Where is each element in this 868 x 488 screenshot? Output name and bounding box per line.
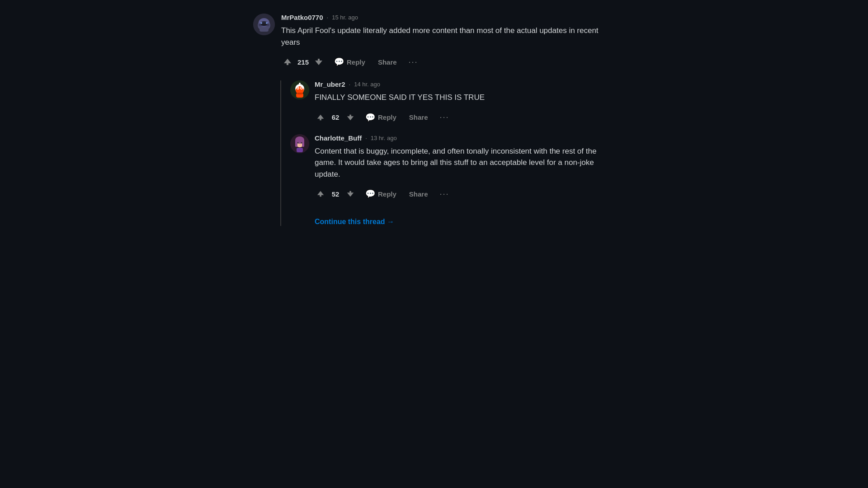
comment-meta: MrPatko0770 · 15 hr. ago xyxy=(281,14,615,21)
reply-icon: 💬 xyxy=(365,113,375,122)
downvote-button[interactable] xyxy=(344,112,356,123)
svg-point-16 xyxy=(299,83,301,84)
vote-group: 215 xyxy=(281,56,325,68)
comment-text: FINALLY SOMEONE SAID IT YES THIS IS TRUE xyxy=(315,92,615,103)
comment-item: MrPatko0770 · 15 hr. ago This April Fool… xyxy=(253,14,615,70)
comment-text: This April Fool's update literally added… xyxy=(281,25,615,48)
share-button[interactable]: Share xyxy=(374,56,401,69)
svg-point-5 xyxy=(260,22,262,24)
continue-thread-link[interactable]: Continue this thread → xyxy=(315,218,394,225)
comment-meta: Mr_uber2 · 14 hr. ago xyxy=(315,80,615,88)
upvote-button[interactable] xyxy=(281,56,294,68)
avatar xyxy=(290,80,309,99)
reply-icon: 💬 xyxy=(334,57,344,67)
comments-container: MrPatko0770 · 15 hr. ago This April Fool… xyxy=(253,9,615,230)
more-button[interactable]: ··· xyxy=(437,111,452,124)
comment-username: Charlotte_Buff xyxy=(315,134,362,142)
avatar xyxy=(290,134,309,153)
reply-button[interactable]: 💬 Reply xyxy=(330,54,369,70)
continue-thread-container: Continue this thread → xyxy=(290,212,615,226)
vote-count: 52 xyxy=(330,190,341,198)
comment-actions: 62 💬 Reply Share xyxy=(315,110,615,125)
svg-rect-22 xyxy=(295,140,297,147)
upvote-button[interactable] xyxy=(315,112,326,123)
svg-rect-23 xyxy=(302,140,304,147)
comment-item: Charlotte_Buff · 13 hr. ago Content that… xyxy=(290,134,615,202)
svg-point-14 xyxy=(301,88,302,89)
comment-username: Mr_uber2 xyxy=(315,80,345,88)
svg-rect-26 xyxy=(297,148,303,152)
avatar xyxy=(253,14,275,35)
reply-button[interactable]: 💬 Reply xyxy=(362,110,400,125)
svg-rect-18 xyxy=(297,93,302,94)
share-button[interactable]: Share xyxy=(406,188,432,201)
upvote-button[interactable] xyxy=(315,188,326,200)
svg-point-6 xyxy=(266,22,268,24)
svg-point-13 xyxy=(297,88,299,89)
more-button[interactable]: ··· xyxy=(406,56,421,69)
svg-point-25 xyxy=(301,142,302,143)
comment-body: Mr_uber2 · 14 hr. ago FINALLY SOMEONE SA… xyxy=(315,80,615,125)
svg-point-24 xyxy=(297,142,299,143)
comment-body: MrPatko0770 · 15 hr. ago This April Fool… xyxy=(281,14,615,70)
comment-timestamp: 15 hr. ago xyxy=(332,14,358,21)
vote-count: 215 xyxy=(297,58,309,66)
nested-comments: Mr_uber2 · 14 hr. ago FINALLY SOMEONE SA… xyxy=(280,80,615,226)
vote-group: 52 xyxy=(315,188,356,200)
comment-timestamp: 13 hr. ago xyxy=(371,135,397,141)
comment-actions: 215 💬 Reply Share ··· xyxy=(281,54,615,70)
comment-meta: Charlotte_Buff · 13 hr. ago xyxy=(315,134,615,142)
comment-timestamp: 14 hr. ago xyxy=(354,81,380,88)
comment-item: Mr_uber2 · 14 hr. ago FINALLY SOMEONE SA… xyxy=(290,80,615,125)
svg-rect-7 xyxy=(259,28,269,32)
reply-icon: 💬 xyxy=(365,189,375,199)
comment-body: Charlotte_Buff · 13 hr. ago Content that… xyxy=(315,134,615,202)
more-button[interactable]: ··· xyxy=(437,188,452,201)
share-button[interactable]: Share xyxy=(406,111,432,124)
downvote-button[interactable] xyxy=(312,56,325,68)
vote-group: 62 xyxy=(315,112,356,123)
downvote-button[interactable] xyxy=(344,188,356,200)
comment-username: MrPatko0770 xyxy=(281,14,323,21)
comment-actions: 52 💬 Reply Share xyxy=(315,186,615,202)
reply-button[interactable]: 💬 Reply xyxy=(362,186,400,202)
vote-count: 62 xyxy=(330,113,341,121)
comment-text: Content that is buggy, incomplete, and o… xyxy=(315,145,615,180)
